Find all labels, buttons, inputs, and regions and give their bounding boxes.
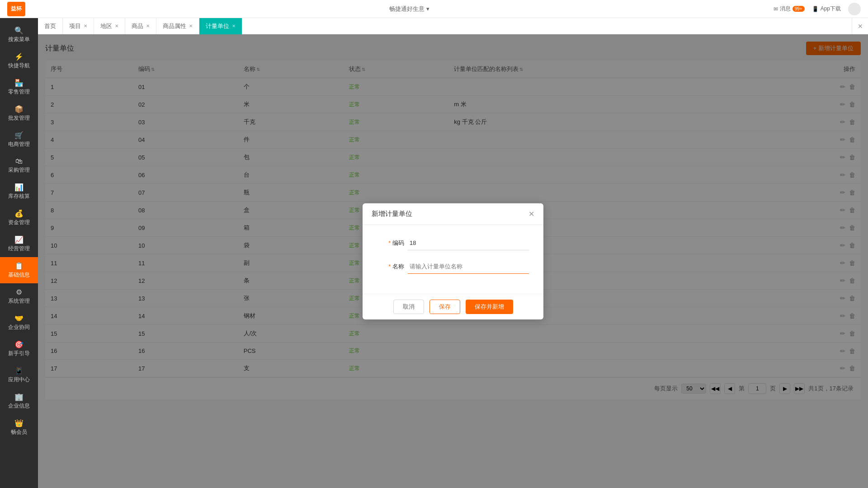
sidebar-item-system[interactable]: ⚙ 系统管理: [0, 283, 38, 310]
tab-bar: 首页 项目 ✕ 地区 ✕ 商品 ✕ 商品属性 ✕ 计量单位 ✕ ✕: [38, 18, 868, 34]
page-content: 计量单位 + 新增计量单位 序号 编码⇅ 名称⇅ 状态⇅ 计量单位匹配的名称列表…: [38, 34, 868, 488]
tab-project-label: 项目: [69, 22, 81, 30]
tab-unit-label: 计量单位: [206, 22, 229, 30]
sidebar-label-finance: 资金管理: [8, 219, 30, 226]
sidebar-label-search: 搜索菜单: [8, 36, 30, 43]
member-icon: 👑: [14, 419, 24, 427]
tab-project-close[interactable]: ✕: [84, 23, 87, 28]
tab-goods-close[interactable]: ✕: [146, 23, 150, 28]
header-right: ✉ 消息 99+ 📱 App下载: [774, 3, 861, 15]
name-form-row: 名称: [377, 259, 529, 274]
message-button[interactable]: ✉ 消息 99+: [774, 5, 805, 13]
sidebar-item-enterprise[interactable]: 🏢 企业信息: [0, 388, 38, 414]
app-center-icon: 📱: [14, 366, 24, 375]
tab-goods-attr-label: 商品属性: [163, 22, 186, 30]
sidebar-item-member[interactable]: 👑 畅会员: [0, 414, 38, 441]
quick-nav-icon: ⚡: [14, 52, 24, 61]
purchase-icon: 🛍: [15, 157, 23, 165]
partner-icon: 🤝: [14, 314, 24, 323]
tab-goods-attr-close[interactable]: ✕: [189, 23, 193, 28]
company-dropdown[interactable]: 畅捷通好生意 ▾: [389, 5, 429, 13]
business-icon: 📈: [14, 235, 24, 244]
app-download-label: App下载: [821, 5, 841, 13]
avatar[interactable]: [848, 3, 861, 15]
sidebar-label-basic: 基础信息: [8, 271, 30, 279]
sidebar-item-guide[interactable]: 🎯 新手引导: [0, 336, 38, 362]
tab-region-close[interactable]: ✕: [115, 23, 118, 28]
tab-region[interactable]: 地区 ✕: [94, 18, 125, 34]
sidebar-label-quick: 快捷导航: [8, 62, 30, 70]
logo-icon: 益杯: [7, 2, 25, 16]
main-layout: 🔍 搜索菜单 ⚡ 快捷导航 🏪 零售管理 📦 批发管理 🛒 电商管理 🛍 采购管…: [0, 18, 868, 488]
sidebar-label-wholesale: 批发管理: [8, 114, 30, 122]
tab-goods-label: 商品: [132, 22, 143, 30]
sidebar-label-guide: 新手引导: [8, 350, 30, 357]
tab-home-label: 首页: [44, 22, 56, 30]
modal-title: 新增计量单位: [372, 210, 412, 218]
content-area: 首页 项目 ✕ 地区 ✕ 商品 ✕ 商品属性 ✕ 计量单位 ✕ ✕: [38, 18, 868, 488]
sidebar-label-app: 应用中心: [8, 376, 30, 384]
sidebar-label-ecommerce: 电商管理: [8, 141, 30, 148]
system-icon: ⚙: [16, 288, 22, 296]
app-download-button[interactable]: 📱 App下载: [812, 5, 841, 13]
message-label: 消息: [780, 5, 791, 13]
sidebar-label-partner: 企业协同: [8, 324, 30, 331]
tab-project[interactable]: 项目 ✕: [63, 18, 94, 34]
sidebar-label-enterprise: 企业信息: [8, 402, 30, 410]
basic-info-icon: 📋: [14, 262, 24, 270]
message-icon: ✉: [774, 6, 778, 12]
sidebar: 🔍 搜索菜单 ⚡ 快捷导航 🏪 零售管理 📦 批发管理 🛒 电商管理 🛍 采购管…: [0, 18, 38, 488]
sidebar-item-purchase[interactable]: 🛍 采购管理: [0, 153, 38, 178]
search-icon: 🔍: [14, 26, 24, 35]
sidebar-item-partner[interactable]: 🤝 企业协同: [0, 310, 38, 336]
sidebar-label-inventory: 库存核算: [8, 192, 30, 200]
cancel-button[interactable]: 取消: [393, 300, 424, 314]
header-center: 畅捷通好生意 ▾: [45, 5, 774, 13]
wholesale-icon: 📦: [14, 105, 24, 113]
sidebar-item-inventory[interactable]: 📊 库存核算: [0, 178, 38, 205]
sidebar-item-app-center[interactable]: 📱 应用中心: [0, 362, 38, 388]
save-and-new-button[interactable]: 保存并新增: [466, 300, 513, 314]
sidebar-item-business[interactable]: 📈 经营管理: [0, 231, 38, 257]
guide-icon: 🎯: [14, 340, 24, 349]
tab-bar-close-btn[interactable]: ✕: [852, 18, 868, 34]
sidebar-label-member: 畅会员: [11, 428, 27, 436]
code-input[interactable]: [408, 236, 529, 250]
sidebar-label-retail: 零售管理: [8, 88, 30, 96]
company-name: 畅捷通好生意: [389, 5, 425, 13]
modal-close-button[interactable]: ✕: [528, 210, 534, 218]
tab-home[interactable]: 首页: [38, 18, 63, 34]
retail-icon: 🏪: [14, 79, 24, 87]
tab-unit-close[interactable]: ✕: [232, 23, 236, 28]
sidebar-item-quick-nav[interactable]: ⚡ 快捷导航: [0, 48, 38, 74]
code-label: 编码: [377, 239, 404, 247]
ecommerce-icon: 🛒: [14, 131, 24, 140]
code-form-row: 编码: [377, 236, 529, 250]
sidebar-label-system: 系统管理: [8, 297, 30, 305]
tab-goods-attr[interactable]: 商品属性 ✕: [156, 18, 199, 34]
tab-goods[interactable]: 商品 ✕: [125, 18, 156, 34]
tab-region-label: 地区: [100, 22, 112, 30]
sidebar-item-search-menu[interactable]: 🔍 搜索菜单: [0, 22, 38, 48]
sidebar-item-finance[interactable]: 💰 资金管理: [0, 205, 38, 231]
top-header: 益杯 畅捷通好生意 ▾ ✉ 消息 99+ 📱 App下载: [0, 0, 868, 18]
logo-area: 益杯: [7, 2, 45, 16]
sidebar-label-purchase: 采购管理: [8, 166, 30, 174]
modal-header: 新增计量单位 ✕: [363, 203, 543, 225]
modal-body: 编码 名称: [363, 225, 543, 294]
message-badge: 99+: [793, 6, 805, 12]
sidebar-item-wholesale[interactable]: 📦 批发管理: [0, 100, 38, 127]
finance-icon: 💰: [14, 209, 24, 218]
add-unit-modal: 新增计量单位 ✕ 编码 名称 取消: [363, 203, 543, 319]
name-input[interactable]: [408, 259, 529, 274]
sidebar-item-basic-info[interactable]: 📋 基础信息: [0, 257, 38, 283]
sidebar-label-business: 经营管理: [8, 245, 30, 253]
logo-text: 益杯: [11, 5, 22, 13]
tab-unit[interactable]: 计量单位 ✕: [199, 18, 242, 34]
phone-icon: 📱: [812, 6, 819, 12]
enterprise-icon: 🏢: [14, 393, 24, 401]
modal-footer: 取消 保存 保存并新增: [363, 294, 543, 319]
save-button[interactable]: 保存: [429, 300, 460, 314]
sidebar-item-ecommerce[interactable]: 🛒 电商管理: [0, 127, 38, 153]
sidebar-item-retail[interactable]: 🏪 零售管理: [0, 74, 38, 100]
